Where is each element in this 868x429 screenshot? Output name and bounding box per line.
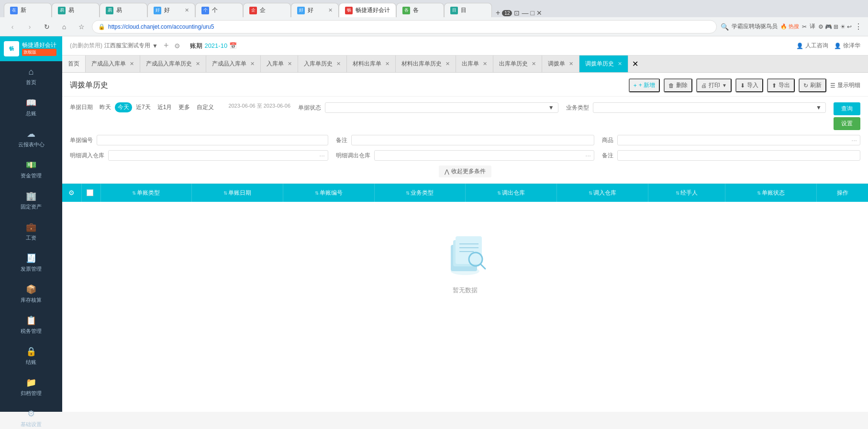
app-tab-transfer-history[interactable]: 调拨单历史 ✕: [579, 55, 628, 73]
company-settings-icon[interactable]: ⚙: [174, 42, 180, 50]
out-history-close[interactable]: ✕: [532, 61, 536, 67]
bookmark-button[interactable]: ☆: [75, 20, 88, 33]
app-tab-in-history[interactable]: 入库单历史 ✕: [298, 55, 347, 73]
browser-tab-10[interactable]: 各 各: [396, 3, 444, 17]
sort-doc-date[interactable]: 单账日期: [223, 189, 251, 197]
goods-input[interactable]: [618, 135, 848, 145]
date-btn-7days[interactable]: 近7天: [133, 102, 154, 112]
app-tab-in-order[interactable]: 入库单 ✕: [261, 55, 298, 73]
import-button[interactable]: ⬇ 导入: [735, 78, 763, 92]
date-btn-custom[interactable]: 自定义: [194, 102, 217, 112]
sort-doc-num[interactable]: 单账编号: [315, 189, 343, 197]
tab-close-4[interactable]: ✕: [185, 7, 189, 13]
back-button[interactable]: ‹: [6, 20, 19, 33]
browser-tab-1[interactable]: 在 新: [4, 3, 52, 17]
reload-button[interactable]: ↻: [40, 20, 54, 33]
product-in-history-close[interactable]: ✕: [196, 61, 200, 67]
detail-out-input[interactable]: [375, 151, 582, 160]
app-tab-product-in-history[interactable]: 产成品入库单历史 ✕: [140, 55, 206, 73]
status-select[interactable]: ▼: [325, 102, 558, 113]
browser-tab-6[interactable]: 企 企: [243, 3, 291, 17]
app-tab-out-history[interactable]: 出库单历史 ✕: [493, 55, 542, 73]
product-in-close[interactable]: ✕: [130, 61, 134, 67]
address-bar[interactable]: 🔒 https://cloud.chanjet.com/accounting/u…: [92, 20, 717, 33]
sort-doc-status[interactable]: 单账状态: [757, 189, 785, 197]
refresh-button[interactable]: ↻ 刷新: [799, 78, 826, 92]
date-btn-more[interactable]: 更多: [176, 102, 193, 112]
remark-input[interactable]: [351, 135, 594, 145]
material-out-close[interactable]: ✕: [385, 61, 389, 67]
export-button[interactable]: ⬆ 导出: [767, 78, 795, 92]
doc-num-input[interactable]: [97, 135, 328, 145]
detail-out-ellipsis-btn[interactable]: ···: [582, 152, 594, 159]
query-button[interactable]: 查询: [834, 102, 860, 115]
date-btn-yesterday[interactable]: 昨天: [97, 102, 114, 112]
sidebar-item-payroll[interactable]: 💼 工资: [0, 216, 62, 247]
detail-remark-input[interactable]: [617, 150, 860, 161]
app-tab-material-out-history[interactable]: 材料出库单历史 ✕: [396, 55, 456, 73]
sort-transfer-out[interactable]: 调出仓库: [497, 189, 525, 197]
tab-close-7[interactable]: ✕: [328, 7, 333, 13]
transfer-close[interactable]: ✕: [569, 61, 573, 67]
goods-ellipsis-btn[interactable]: ···: [848, 136, 860, 144]
out-order-close[interactable]: ✕: [483, 61, 487, 67]
close-all-tabs-btn[interactable]: ✕: [628, 59, 642, 68]
select-all-checkbox[interactable]: [87, 189, 93, 196]
sort-biz-type[interactable]: 业务类型: [406, 189, 434, 197]
detail-in-ellipsis-btn[interactable]: ···: [316, 152, 328, 159]
home-button[interactable]: ⌂: [57, 20, 71, 33]
browser-tab-9[interactable]: 畅 畅捷通好会计: [339, 3, 396, 17]
add-company-btn[interactable]: +: [164, 41, 169, 51]
minimize-btn[interactable]: —: [522, 9, 528, 17]
product-in2-close[interactable]: ✕: [250, 61, 255, 67]
forward-button[interactable]: ›: [23, 20, 36, 33]
sidebar-item-close-books[interactable]: 🔒 结账: [0, 341, 62, 372]
show-cols-btn[interactable]: ☰ 显示明细: [830, 81, 860, 89]
sidebar-item-general-ledger[interactable]: 📖 总账: [0, 92, 62, 123]
sidebar-item-tax-mgmt[interactable]: 📋 税务管理: [0, 309, 62, 341]
date-btn-1month[interactable]: 近1月: [155, 102, 175, 112]
collapse-button[interactable]: ⋀ 收起更多条件: [439, 165, 491, 177]
in-order-close[interactable]: ✕: [288, 61, 292, 67]
browser-tab-11[interactable]: 目 目: [444, 3, 492, 17]
sidebar-item-cloud-report[interactable]: ☁ 云报表中心: [0, 123, 62, 154]
user-info[interactable]: 👤 徐泽华: [834, 42, 860, 50]
business-type-select[interactable]: ▼: [593, 102, 826, 113]
filter-settings-button[interactable]: 设置: [834, 117, 860, 130]
date-btn-today[interactable]: 今天: [115, 102, 132, 112]
menu-icon[interactable]: ⋮: [855, 22, 862, 31]
browser-tab-2[interactable]: 易 易: [52, 3, 100, 17]
material-out-history-close[interactable]: ✕: [445, 61, 450, 67]
delete-button[interactable]: 🗑 删除: [664, 78, 692, 92]
sidebar-item-inventory-check[interactable]: 📦 库存核算: [0, 278, 62, 309]
sort-doc-type[interactable]: 单账类型: [132, 189, 160, 197]
close-btn[interactable]: ✕: [536, 9, 542, 17]
service-btn[interactable]: 👤 人工咨询: [796, 42, 828, 50]
print-button[interactable]: 🖨 打印 ▼: [696, 78, 732, 92]
app-tab-material-out[interactable]: 材料出库单 ✕: [347, 55, 396, 73]
tab-menu-btn[interactable]: ⊡: [514, 9, 520, 17]
browser-tab-7[interactable]: 好 好 ✕: [291, 3, 339, 17]
company-selector[interactable]: (勿删勿禁用) 江西服宝测试专用 ▼: [70, 42, 158, 50]
app-tab-product-in2[interactable]: 产成品入库单 ✕: [206, 55, 261, 73]
maximize-btn[interactable]: □: [530, 9, 534, 17]
in-history-close[interactable]: ✕: [336, 61, 341, 67]
app-tab-transfer[interactable]: 调拨单 ✕: [542, 55, 579, 73]
sidebar-item-basic-settings[interactable]: ⚙ 基础设置: [0, 403, 62, 429]
browser-tab-4[interactable]: 好 好 ✕: [147, 3, 195, 17]
sidebar-item-home[interactable]: ⌂ 首页: [0, 61, 62, 92]
app-tab-home[interactable]: 首页: [62, 55, 86, 73]
sidebar-item-fund-mgmt[interactable]: 💵 资金管理: [0, 154, 62, 185]
app-tab-out-order[interactable]: 出库单 ✕: [456, 55, 493, 73]
sort-transfer-in[interactable]: 调入仓库: [589, 189, 616, 197]
browser-tab-3[interactable]: 易 易: [100, 3, 147, 17]
browser-tab-5[interactable]: 个 个: [195, 3, 243, 17]
sidebar-item-fixed-assets[interactable]: 🏢 固定资产: [0, 185, 62, 216]
table-settings-icon[interactable]: ⚙: [68, 189, 75, 197]
app-tab-product-in[interactable]: 产成品入库单 ✕: [86, 55, 140, 73]
sidebar-item-invoice-mgmt[interactable]: 🧾 发票管理: [0, 247, 62, 278]
sort-handler[interactable]: 经手人: [676, 189, 698, 197]
detail-in-input[interactable]: [109, 151, 316, 160]
calendar-icon[interactable]: 📅: [229, 42, 237, 49]
sidebar-item-archive-mgmt[interactable]: 📁 归档管理: [0, 372, 62, 403]
